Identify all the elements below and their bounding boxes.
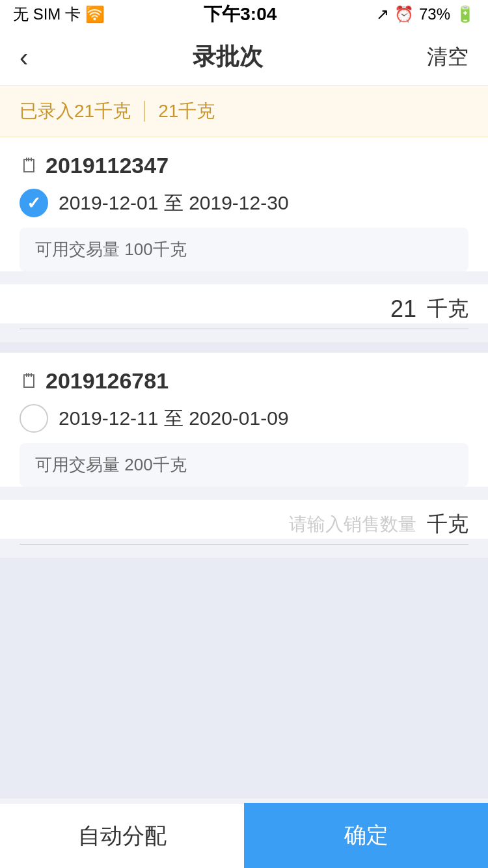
batch-1-quantity-input[interactable] — [338, 295, 416, 323]
batch-1-quantity-row: 千克 — [0, 284, 488, 323]
recorded-label: 已录入21千克 — [20, 99, 131, 124]
nav-bar: ‹ 录批次 清空 — [0, 29, 488, 86]
batch-2-icon: 🗒 — [20, 370, 39, 392]
alarm-icon: ⏰ — [394, 5, 414, 23]
batch-item-2: 🗒 2019126781 2019-12-11 至 2020-01-09 可用交… — [0, 353, 488, 487]
batch-2-date-row: 2019-12-11 至 2020-01-09 — [20, 404, 468, 433]
batch-2-quantity-input[interactable] — [273, 514, 416, 535]
bottom-bar: 自动分配 确定 — [0, 803, 488, 868]
batch-1-date-row: 2019-12-01 至 2019-12-30 — [20, 189, 468, 217]
battery-icon: 🔋 — [455, 5, 475, 23]
batch-1-id: 2019112347 — [46, 153, 169, 178]
batch-2-radio[interactable] — [20, 404, 48, 433]
batch-1-icon: 🗒 — [20, 155, 39, 177]
clear-button[interactable]: 清空 — [427, 43, 468, 72]
battery-label: 73% — [419, 5, 450, 23]
confirm-button[interactable]: 确定 — [244, 803, 488, 868]
batch-2-avail: 可用交易量 200千克 — [20, 443, 468, 487]
location-icon: ↗ — [376, 5, 389, 23]
batch-1-radio[interactable] — [20, 189, 48, 217]
auto-distribute-button[interactable]: 自动分配 — [0, 803, 244, 868]
back-button[interactable]: ‹ — [20, 44, 28, 70]
batch-1-avail: 可用交易量 100千克 — [20, 228, 468, 271]
info-divider — [144, 101, 145, 122]
batch-2-underline — [20, 544, 468, 545]
batch-2-unit: 千克 — [427, 510, 468, 539]
batch-1-header: 🗒 2019112347 — [20, 153, 468, 178]
status-left: 无 SIM 卡 🛜 — [13, 4, 105, 25]
sim-label: 无 SIM 卡 🛜 — [13, 4, 105, 25]
empty-area — [0, 558, 488, 798]
batch-2-date: 2019-12-11 至 2020-01-09 — [59, 405, 289, 432]
status-time: 下午3:04 — [204, 2, 277, 27]
batch-1-underline — [20, 329, 468, 329]
status-right: ↗ ⏰ 73% 🔋 — [376, 5, 475, 23]
info-banner: 已录入21千克 21千克 — [0, 86, 488, 137]
page-title: 录批次 — [193, 41, 263, 73]
batch-2-header: 🗒 2019126781 — [20, 368, 468, 394]
batch-1-date: 2019-12-01 至 2019-12-30 — [59, 190, 289, 217]
batch-2-id: 2019126781 — [46, 368, 169, 394]
status-bar: 无 SIM 卡 🛜 下午3:04 ↗ ⏰ 73% 🔋 — [0, 0, 488, 29]
batch-1-unit: 千克 — [427, 295, 468, 323]
batch-2-quantity-row: 千克 — [0, 500, 488, 539]
recorded-value: 21千克 — [158, 99, 215, 124]
batch-item-1: 🗒 2019112347 2019-12-01 至 2019-12-30 可用交… — [0, 137, 488, 271]
section-separator — [0, 342, 488, 353]
